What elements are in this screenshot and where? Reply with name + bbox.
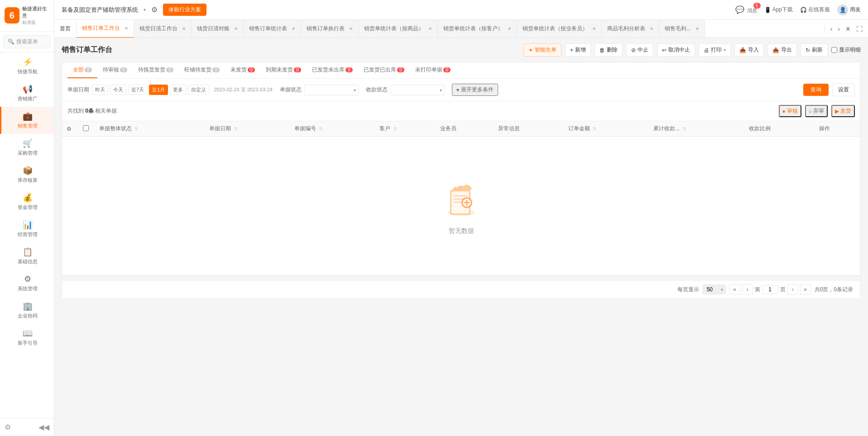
sidebar-item-inventory[interactable]: 📦 库存核算 — [0, 161, 54, 188]
filter-tab-pending-receive[interactable]: 待拣货发货0 — [133, 62, 179, 78]
filter-tab-all[interactable]: 全部0 — [67, 62, 97, 78]
export-button[interactable]: 📤 导出 — [767, 43, 797, 57]
sidebar-item-sales[interactable]: 💼 销售管理 — [0, 107, 54, 134]
tab-cash-reconcile[interactable]: 钱货日清对账 ✕ — [192, 20, 244, 38]
filter-tab-not-shipped[interactable]: 未发货0 — [225, 62, 260, 78]
set-button[interactable]: 设置 — [832, 83, 855, 96]
date-more[interactable]: 更多 — [170, 85, 186, 95]
filter-tab-shipped-out[interactable]: 已发货已出库0 — [358, 62, 410, 78]
tab-home[interactable]: 首页 — [54, 20, 77, 38]
sidebar-item-guide[interactable]: 📖 新手引导 — [0, 324, 54, 351]
col-date-sort[interactable]: ⇅ — [234, 126, 237, 131]
sidebar-item-enterprise[interactable]: 🏢 企业协同 — [0, 297, 54, 324]
filter-tab-wangpu[interactable]: 旺铺待发货0 — [179, 62, 225, 78]
tab-sales-workbench-close[interactable]: ✕ — [125, 26, 128, 31]
sidebar-item-operations[interactable]: 📊 经营管理 — [0, 215, 54, 242]
tab-sales-summary-staff[interactable]: 销货单统计表（按业务员） ✕ — [517, 20, 602, 38]
col-action-label: 操作 — [819, 125, 830, 132]
delete-button[interactable]: 🗑 删除 — [595, 43, 623, 57]
next-page-button[interactable]: › — [787, 284, 798, 295]
add-button[interactable]: + 新增 — [565, 43, 591, 57]
date-7days[interactable]: 近7天 — [128, 85, 147, 95]
date-yesterday[interactable]: 昨天 — [92, 85, 108, 95]
tab-maximize[interactable]: ⛶ — [854, 24, 864, 33]
col-customer-sort[interactable]: ⇅ — [393, 126, 397, 131]
tab-sales-stats[interactable]: 销售订单统计表 ✕ — [244, 20, 301, 38]
date-1month[interactable]: 近1月 — [149, 85, 168, 95]
last-page-button[interactable]: » — [800, 284, 811, 295]
filter-tab-pending-review[interactable]: 待审核0 — [97, 62, 133, 78]
tab-nav-next[interactable]: › — [836, 24, 842, 33]
user-menu[interactable]: 👤 用友 — [837, 5, 861, 15]
tab-sales-exec[interactable]: 销售订单执行表 ✕ — [301, 20, 359, 38]
ai-generate-button[interactable]: ✦ 智能生单 — [523, 43, 561, 57]
print-button[interactable]: 🖨 打印 ▾ — [699, 43, 731, 57]
search-menu-button[interactable]: 🔍 搜索菜单 — [4, 35, 50, 48]
sidebar-item-quick-nav[interactable]: ⚡ 快捷导航 — [0, 52, 54, 80]
status-select[interactable] — [304, 85, 359, 95]
cancel-stop-button[interactable]: ↩ 取消中止 — [657, 43, 695, 57]
collapse-icon[interactable]: ◀◀ — [38, 423, 49, 431]
header-dropdown-arrow[interactable]: ▾ — [144, 7, 146, 12]
payment-select[interactable] — [390, 85, 445, 95]
stop-button[interactable]: ⊘ 中止 — [626, 43, 653, 57]
col-collected-sort[interactable]: ⇅ — [682, 126, 686, 131]
col-amount-sort[interactable]: ⇅ — [593, 126, 596, 131]
tab-sales-summary-customer-close[interactable]: ✕ — [508, 26, 511, 31]
display-detail-checkbox[interactable]: 显示明细 — [831, 46, 861, 54]
page-input[interactable] — [762, 285, 778, 294]
tab-sales-exec-close[interactable]: ✕ — [349, 26, 353, 31]
payment-field: 收款状态 — [366, 85, 445, 95]
filter-tab-overdue-not-shipped[interactable]: 到期未发货0 — [260, 62, 307, 78]
select-all-checkbox[interactable] — [83, 125, 89, 131]
tab-sales-more-close[interactable]: ✕ — [695, 26, 699, 31]
tab-sales-more[interactable]: 销售毛利... ✕ — [659, 20, 705, 38]
date-custom[interactable]: 自定义 — [188, 85, 209, 95]
tab-cash-reconcile-close[interactable]: ✕ — [234, 26, 238, 31]
tab-cash-daily-close[interactable]: ✕ — [182, 26, 186, 31]
horizontal-scrollbar[interactable] — [62, 275, 860, 280]
tab-sales-summary-product[interactable]: 销货单统计表（按商品） ✕ — [359, 20, 438, 38]
tab-close-all[interactable]: ✕ — [844, 24, 853, 33]
tab-cash-daily[interactable]: 钱货日清工作台 ✕ — [134, 20, 192, 38]
settings-gear-icon[interactable]: ⚙ — [67, 126, 72, 132]
header-gear-icon[interactable]: ⚙ — [151, 5, 158, 14]
expand-conditions-button[interactable]: ▾ 展开更多条件 — [452, 84, 498, 96]
col-no-sort[interactable]: ⇅ — [319, 126, 322, 131]
sidebar-item-system[interactable]: ⚙ 系统管理 — [0, 270, 54, 297]
tab-gross-analysis[interactable]: 商品毛利分析表 ✕ — [602, 20, 659, 38]
tab-gross-analysis-close[interactable]: ✕ — [650, 26, 653, 31]
filter-tab-not-printed[interactable]: 未打印单据0 — [410, 62, 456, 78]
page-size-select[interactable]: 10 20 50 100 — [703, 284, 726, 294]
trial-button[interactable]: 体验行业方案 — [163, 4, 206, 16]
tab-nav-prev[interactable]: ‹ — [829, 24, 834, 33]
sidebar-search-area[interactable]: 🔍 搜索菜单 — [0, 32, 54, 52]
tab-sales-summary-product-close[interactable]: ✕ — [428, 26, 432, 31]
tab-sales-summary-staff-close[interactable]: ✕ — [592, 26, 596, 31]
settings-icon[interactable]: ⚙ — [5, 423, 11, 431]
tab-sales-summary-customer[interactable]: 销货单统计表（按客户） ✕ — [438, 20, 517, 38]
print-dropdown-arrow[interactable]: ▾ — [724, 47, 726, 52]
unreview-button[interactable]: ○ 弃审 — [805, 105, 828, 117]
date-today[interactable]: 今天 — [110, 85, 126, 95]
col-status-sort[interactable]: ⇅ — [134, 126, 138, 131]
tab-sales-stats-close[interactable]: ✕ — [292, 26, 295, 31]
display-detail-input[interactable] — [831, 47, 837, 53]
first-page-button[interactable]: « — [729, 284, 740, 295]
sidebar-item-marketing[interactable]: 📢 营销推广 — [0, 80, 54, 107]
sidebar-item-basic-info[interactable]: 📋 基础信息 — [0, 242, 54, 270]
app-download[interactable]: 📱 App下载 — [764, 6, 793, 14]
query-button[interactable]: 查询 — [803, 84, 829, 96]
online-service[interactable]: 🎧 在线客服 — [800, 6, 830, 14]
import-button[interactable]: 📥 导入 — [734, 43, 764, 57]
filter-tab-shipped-not-out[interactable]: 已发货未出库0 — [307, 62, 358, 78]
tab-sales-workbench[interactable]: 销售订单工作台 ✕ — [77, 20, 134, 38]
sidebar-item-finance[interactable]: 💰 资金管理 — [0, 188, 54, 215]
review-button[interactable]: ● 审核 — [779, 105, 801, 117]
prev-page-button[interactable]: ‹ — [742, 284, 753, 295]
sidebar-item-purchase[interactable]: 🛒 采购管理 — [0, 134, 54, 161]
ship-button[interactable]: ▶ 发货 — [831, 105, 855, 117]
refresh-button[interactable]: ↻ 刷新 — [801, 43, 828, 57]
table-scroll-container[interactable]: ⚙ 单据整体状态 ⇅ 单据日期 ⇅ — [62, 121, 860, 275]
message-center[interactable]: 💬 6 消息 — [735, 5, 757, 14]
